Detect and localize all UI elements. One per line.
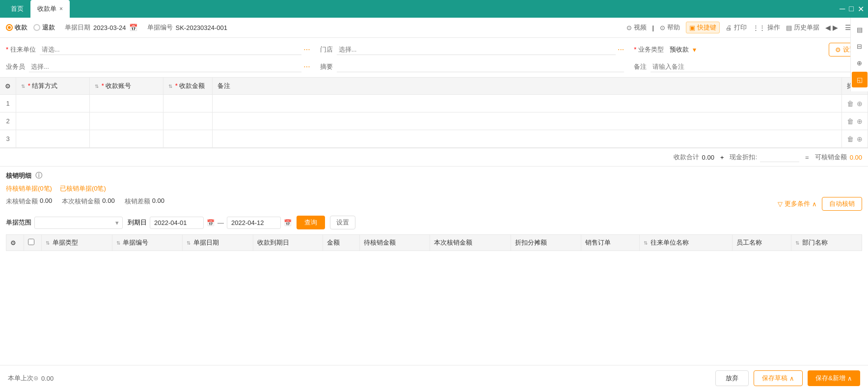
- business-type-label: 业务类型: [634, 45, 664, 54]
- delete-icon-2[interactable]: 🗑: [847, 117, 854, 125]
- nav-left-icon[interactable]: ◀: [825, 24, 831, 31]
- history-label: 历史单据: [794, 23, 819, 32]
- discount-input[interactable]: [760, 152, 799, 162]
- table-cell-account-1[interactable]: [90, 95, 163, 112]
- total-value: 0.00: [702, 154, 714, 161]
- operation-icon: ⋮⋮: [753, 24, 765, 31]
- bottom-col-number: ⇅ 单据编号: [112, 235, 183, 251]
- section-title-text: 核销明细: [6, 171, 31, 180]
- copy-icon-2[interactable]: ⊕: [857, 117, 863, 125]
- abandon-button[interactable]: 放弃: [715, 370, 749, 386]
- store-label: 门店: [320, 45, 333, 54]
- radio-collection[interactable]: 收款: [6, 23, 27, 32]
- range-select[interactable]: [34, 217, 123, 229]
- unchecked-stat: 未核销金额 0.00: [6, 197, 52, 206]
- copy-icon-3[interactable]: ⊕: [857, 135, 863, 143]
- counterpart-input[interactable]: [40, 44, 302, 55]
- copy-icon-1[interactable]: ⊕: [857, 100, 863, 108]
- salesperson-input[interactable]: [29, 61, 301, 72]
- table-cell-account-3[interactable]: [90, 130, 163, 148]
- date-to-calendar-icon[interactable]: 📅: [284, 219, 292, 226]
- range-label: 单据范围: [6, 218, 31, 227]
- table-cell-settlement-3[interactable]: [16, 130, 90, 148]
- help-icon: ⊙: [660, 24, 665, 31]
- table-cell-action-3: 🗑 ⊕: [842, 130, 868, 148]
- section-info-icon[interactable]: ⓘ: [35, 171, 42, 180]
- date-to-input[interactable]: [227, 217, 281, 229]
- help-btn[interactable]: ⊙ 帮助: [660, 23, 680, 32]
- table-cell-amount-3[interactable]: [163, 130, 213, 148]
- window-maximize-icon[interactable]: □: [849, 4, 854, 14]
- save-new-button[interactable]: 保存&新增 ∧: [808, 370, 860, 386]
- table-cell-account-2[interactable]: [90, 112, 163, 130]
- bottom-col-current: 本次核销金额: [430, 235, 511, 251]
- auto-verify-button[interactable]: 自动核销: [822, 197, 862, 211]
- radio-refund[interactable]: 退款: [33, 23, 55, 32]
- number-value: SK-20230324-001: [176, 24, 228, 31]
- tab-close-icon[interactable]: ×: [59, 5, 63, 12]
- nav-right-icon[interactable]: ▶: [833, 24, 838, 31]
- settings-small-button[interactable]: 设置: [330, 216, 355, 229]
- filter-more-btn[interactable]: ▽ 更多条件 ∧: [778, 199, 817, 208]
- date-from-input[interactable]: [150, 217, 204, 229]
- sidebar-icon-4[interactable]: ◱: [852, 72, 868, 87]
- table-header-row: ⚙ ⇅ * 结算方式 ⇅ * 收款账号 ⇅ * 收款: [0, 78, 868, 95]
- save-draft-arrow-icon: ∧: [789, 375, 794, 382]
- counterpart-more-icon[interactable]: ···: [303, 45, 310, 54]
- sidebar-icon-2[interactable]: ⊟: [852, 38, 868, 54]
- remark-input[interactable]: [651, 61, 862, 72]
- history-btn[interactable]: ▤ 历史单据: [786, 23, 819, 32]
- delete-icon-1[interactable]: 🗑: [847, 100, 854, 108]
- range-field: 单据范围: [6, 217, 123, 229]
- query-button[interactable]: 查询: [297, 216, 325, 229]
- verify-tabs: 待核销单据(0笔) 已核销单据(0笔): [6, 184, 862, 193]
- table-cell-amount-2[interactable]: [163, 112, 213, 130]
- date-from-calendar-icon[interactable]: 📅: [207, 219, 215, 226]
- sidebar-attach-icon: ⊕: [857, 59, 862, 67]
- salesperson-more-icon[interactable]: ···: [303, 62, 310, 71]
- form-row-2: 业务员 ··· 摘要 备注: [6, 61, 862, 72]
- remark-field: 备注: [634, 61, 862, 72]
- shortcut-btn[interactable]: ▣ 快捷键: [686, 22, 720, 33]
- operation-btn[interactable]: ⋮⋮ 操作: [753, 23, 780, 32]
- bottom-col-amount: 金额: [323, 235, 360, 251]
- table-cell-remark-3[interactable]: [213, 130, 842, 148]
- sidebar-icon-1[interactable]: ▤: [852, 22, 868, 37]
- bottom-col-settings[interactable]: ⚙: [6, 235, 24, 251]
- tab-home[interactable]: 首页: [4, 0, 30, 18]
- due-date-label: 到期日: [128, 218, 147, 227]
- store-more-icon[interactable]: ···: [618, 45, 624, 54]
- table-cell-remark-1[interactable]: [213, 95, 842, 112]
- verify-tab-pending[interactable]: 待核销单据(0笔): [6, 184, 52, 193]
- abandon-label: 放弃: [726, 374, 738, 382]
- table-cell-amount-1[interactable]: [163, 95, 213, 112]
- tab-bar-controls: ─ □ ✕: [840, 4, 864, 14]
- date-separator: —: [217, 219, 224, 226]
- store-input[interactable]: [337, 44, 616, 55]
- video-btn[interactable]: ⊙ 视频: [626, 23, 647, 32]
- radio-refund-dot: [33, 24, 40, 31]
- window-minimize-icon[interactable]: ─: [840, 4, 845, 14]
- window-close-icon[interactable]: ✕: [858, 4, 864, 14]
- diff-stat: 核销差额 0.00: [125, 197, 164, 206]
- sidebar-icon-3[interactable]: ⊕: [852, 55, 868, 71]
- table-select-all[interactable]: [28, 239, 34, 245]
- table-cell-settlement-1[interactable]: [16, 95, 90, 112]
- diff-label: 核销差额: [125, 197, 150, 206]
- summary-input[interactable]: [337, 61, 624, 72]
- table-cell-remark-2[interactable]: [213, 112, 842, 130]
- table-col-settings[interactable]: ⚙: [0, 78, 16, 95]
- table-cell-settlement-2[interactable]: [16, 112, 90, 130]
- business-type-dropdown-icon[interactable]: ▾: [693, 46, 696, 54]
- delete-icon-3[interactable]: 🗑: [847, 135, 854, 143]
- sidebar-grid-icon: ▤: [857, 26, 863, 33]
- settlement-sort-icon: ⇅: [21, 84, 25, 89]
- save-draft-button[interactable]: 保存草稿 ∧: [754, 370, 803, 386]
- date-calendar-icon[interactable]: 📅: [129, 24, 137, 31]
- tab-active[interactable]: 收款单 ×: [30, 0, 70, 18]
- discount-item: 现金折扣:: [730, 152, 799, 162]
- number-label: 单据编号: [147, 23, 173, 32]
- salesperson-field: 业务员 ···: [6, 61, 310, 72]
- print-btn[interactable]: 🖨 打印: [726, 23, 747, 32]
- verify-tab-done[interactable]: 已核销单据(0笔): [60, 184, 106, 193]
